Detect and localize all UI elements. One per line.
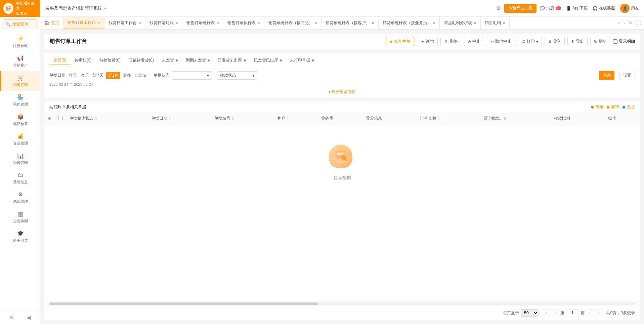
date-opt-today[interactable]: 今天 (80, 72, 90, 79)
tab-cash-reconcile[interactable]: 钱货日清对账 ✕ (145, 17, 182, 29)
delete-button[interactable]: 🗑 删除 (440, 37, 461, 46)
horizontal-scrollbar[interactable] (44, 301, 640, 306)
last-page-button[interactable]: » (595, 310, 603, 316)
export-button[interactable]: ⬆ 导出 (567, 37, 588, 46)
date-opt-7days[interactable]: 近7天 (92, 72, 105, 79)
tab-prev-icon[interactable]: ‹ (617, 19, 621, 26)
user-menu-button[interactable]: 👤 用友 (620, 4, 639, 13)
refresh-button[interactable]: ↻ 刷新 (590, 37, 610, 46)
scroll-thumb[interactable] (49, 302, 318, 305)
print-button[interactable]: 🖨 打印 ▾ (518, 37, 542, 46)
th-sort-customer[interactable]: 客户 ⇅ (277, 116, 314, 121)
filter-tab-all[interactable]: 全部(0) (49, 56, 71, 65)
th-sort-amount[interactable]: 订单金额 ⇅ (420, 116, 476, 121)
next-page-button[interactable]: › (586, 310, 593, 316)
sidebar-item-guide[interactable]: 🎓 新手引导 (0, 227, 40, 246)
status-select[interactable]: ▾ (172, 71, 212, 80)
filter-tab-not-shipped[interactable]: 未发货 (158, 56, 182, 65)
import-button[interactable]: ⬇ 导入 (545, 37, 565, 46)
tab-close-icon[interactable]: ✕ (97, 21, 100, 25)
industry-btn[interactable]: 体验行业方案 (504, 4, 536, 13)
filter-tab-pending-inspect[interactable]: 待挡验货(0) (95, 56, 125, 65)
tab-sales-customer[interactable]: 销货单统计表（按客户） ✕ (321, 17, 379, 29)
th-sort-received[interactable]: 累计收款... ⇅ (483, 116, 547, 121)
collapse-icon[interactable]: ◀ (27, 314, 31, 321)
status-label: 单据状态 (154, 73, 170, 78)
tab-sales-salesman[interactable]: 销货单统计表（按业务员） ✕ (379, 17, 440, 29)
tab-close-icon[interactable]: ✕ (503, 21, 505, 25)
tab-home[interactable]: 🏠 首页 (40, 17, 63, 29)
th-sort-doc-date[interactable]: 单据日期 ⇅ (151, 116, 208, 121)
payment-status-select[interactable]: 收款状态 ▾ (217, 71, 257, 80)
tab-cash-daily[interactable]: 钱货日清工作台 ✕ (104, 17, 145, 29)
filter-tab-shipped-not-out[interactable]: 已发货未出库 (214, 56, 250, 65)
filter-tab-pending-review[interactable]: 待审核(0) (71, 56, 96, 65)
tab-next-icon[interactable]: › (622, 19, 626, 26)
smart-create-button[interactable]: ★ 智能生单 (386, 37, 414, 46)
tab-close-icon[interactable]: ✕ (175, 21, 178, 25)
date-opt-yesterday[interactable]: 昨天 (68, 72, 78, 79)
settings-icon[interactable]: ⚙ (9, 314, 14, 321)
query-button[interactable]: 查询 (599, 71, 614, 80)
tab-sales-stat[interactable]: 销售订单统计表 ✕ (182, 17, 223, 29)
th-checkbox[interactable] (55, 113, 66, 124)
show-detail-checkbox[interactable]: 显示明细 (613, 39, 635, 44)
sidebar-item-finance[interactable]: 💰 资金管理 (0, 130, 40, 149)
topbar-gear-icon[interactable]: ⚙ (496, 5, 501, 11)
tab-close-icon[interactable]: ✕ (474, 21, 476, 25)
tab-sales-execute[interactable]: 销售订单执行表 ✕ (223, 17, 264, 29)
date-opt-1month[interactable]: 近1月 (106, 72, 121, 79)
per-page-select[interactable]: 50 10 20 100 (521, 309, 539, 317)
tab-fullscreen-icon[interactable]: ⛶ (635, 19, 642, 26)
first-page-button[interactable]: « (542, 310, 550, 316)
th-sort-doc-no[interactable]: 单据编号 ⇅ (214, 116, 271, 121)
svg-rect-3 (337, 154, 343, 155)
select-all-checkbox[interactable] (58, 116, 62, 120)
tab-sales-margin[interactable]: 销售毛利 ✕ (481, 17, 510, 29)
tab-close-icon[interactable]: ✕ (433, 21, 435, 25)
message-button[interactable]: 💬 消息 6 (540, 5, 561, 11)
stop-button[interactable]: ⊘ 中止 (464, 37, 484, 46)
tab-sales-product[interactable]: 销货单统计表（按商品） ✕ (264, 17, 321, 29)
sidebar-item-operations[interactable]: 📊 经营管理 (0, 149, 40, 169)
th-setting[interactable]: ⚙ (44, 113, 55, 124)
sidebar-item-system[interactable]: ⚙ 系统管理 (0, 188, 40, 207)
sidebar-item-purchase[interactable]: 🏪 采购管理 (0, 91, 40, 110)
tab-close-icon[interactable]: ✕ (216, 21, 219, 25)
online-service-button[interactable]: 🎧 在线客服 (593, 5, 615, 11)
filter-tab-shipped-out[interactable]: 已发货已出库 (250, 56, 286, 65)
sidebar-item-sales[interactable]: 🛒 销售管理 (0, 71, 40, 91)
date-opt-more[interactable]: 更多 (122, 72, 132, 79)
tab-close-all-icon[interactable]: ✕ (627, 19, 634, 26)
cancel-review-action-button[interactable]: 弃审 (607, 104, 619, 110)
th-sort-doc-status[interactable]: 单据整体状态 ⇅ (69, 116, 144, 121)
filter-tab-not-printed[interactable]: 未打印单据 (286, 56, 318, 65)
date-opt-custom[interactable]: 自定义 (134, 72, 148, 79)
system-dropdown-icon[interactable]: ▾ (104, 6, 106, 11)
add-button[interactable]: ＋ 新增 (417, 37, 438, 46)
tab-close-icon[interactable]: ✕ (372, 21, 374, 25)
expand-conditions-button[interactable]: ▾ 展开更多条件 (329, 89, 356, 95)
filter-tab-wangpu-ship[interactable]: 旺铺待发货(0) (125, 56, 158, 65)
review-action-button[interactable]: 审核 (591, 104, 603, 110)
prev-page-button[interactable]: ‹ (552, 310, 559, 316)
sidebar-item-quick-nav[interactable]: ⚡ 快捷导航 (0, 32, 40, 52)
sidebar-item-label: 系统管理 (13, 199, 28, 204)
sidebar-item-basic[interactable]: 🗂 基础信息 (0, 169, 40, 188)
ship-action-button[interactable]: 发货 (622, 104, 635, 110)
sidebar-item-inventory[interactable]: 📦 库存核算 (0, 110, 40, 130)
cancel-stop-button[interactable]: ↩ 取消中止 (487, 37, 515, 46)
tab-sales-workbench[interactable]: 销售订单工作台 ✕ (63, 17, 104, 29)
show-detail-input[interactable] (613, 39, 617, 44)
filter-tab-overdue-ship[interactable]: 到期未发货 (182, 56, 214, 65)
setting-button[interactable]: 设置 (619, 71, 635, 80)
search-menu-button[interactable]: 🔍 搜索菜单 (3, 19, 37, 29)
sidebar-item-marketing[interactable]: 📢 营销推广 (0, 52, 40, 71)
app-download-button[interactable]: 📱 App下载 (566, 5, 588, 11)
tab-close-icon[interactable]: ✕ (257, 21, 260, 25)
tab-close-icon[interactable]: ✕ (138, 21, 141, 25)
tab-close-icon[interactable]: ✕ (314, 21, 317, 25)
tab-margin-analysis[interactable]: 商品毛利分析表 ✕ (440, 17, 481, 29)
page-number-input[interactable] (566, 310, 579, 316)
sidebar-item-enterprise[interactable]: 🏢 企业协同 (0, 207, 40, 227)
